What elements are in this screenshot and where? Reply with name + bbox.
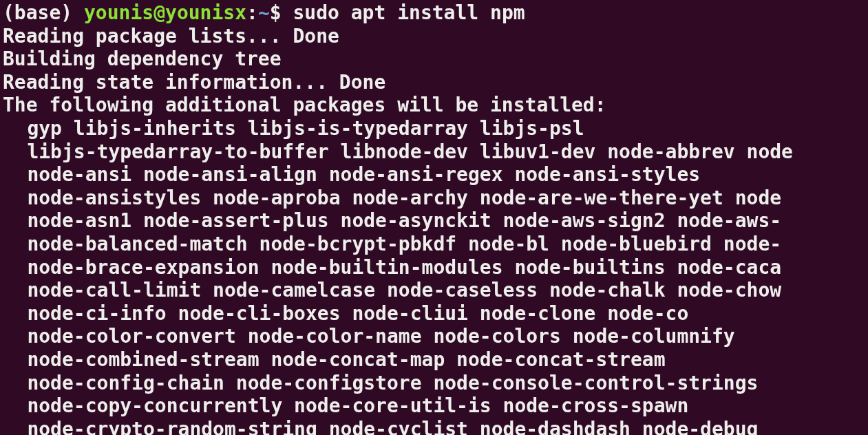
package-line: libjs-typedarray-to-buffer libnode-dev l… [3,140,865,164]
prompt-env: (base) [3,1,72,24]
prompt-user-host: younis@younisx [84,1,246,24]
package-line: node-copy-concurrently node-core-util-is… [3,394,865,418]
package-line: node-asn1 node-assert-plus node-asynckit… [3,209,865,233]
package-line: node-combined-stream node-concat-map nod… [3,348,865,372]
package-line: node-ci-info node-cli-boxes node-cliui n… [3,302,865,326]
package-line: node-color-convert node-color-name node-… [3,325,865,348]
prompt-dollar: $ [270,1,282,24]
package-line: node-call-limit node-camelcase node-case… [3,279,865,302]
package-line: node-balanced-match node-bcrypt-pbkdf no… [3,233,865,256]
prompt-line: (base) younis@younisx:~$ sudo apt instal… [3,1,865,25]
package-line: node-config-chain node-configstore node-… [3,372,865,395]
package-line: node-crypto-random-string node-cyclist n… [3,418,865,435]
package-line: node-brace-expansion node-builtin-module… [3,256,865,279]
command-text: sudo apt install npm [293,1,525,24]
output-line: Building dependency tree [3,47,865,71]
output-line: Reading package lists... Done [3,25,865,48]
package-line: node-ansistyles node-aproba node-archy n… [3,187,865,210]
prompt-sep: : [246,1,258,24]
terminal-output[interactable]: (base) younis@younisx:~$ sudo apt instal… [3,1,865,435]
package-line: gyp libjs-inherits libjs-is-typedarray l… [3,117,865,140]
package-line: node-ansi node-ansi-align node-ansi-rege… [3,163,865,187]
prompt-path: ~ [258,1,270,24]
output-line: Reading state information... Done [3,71,865,94]
output-line: The following additional packages will b… [3,94,865,117]
